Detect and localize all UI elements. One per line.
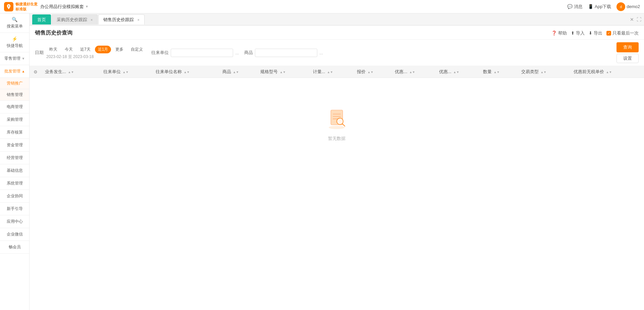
- sidebar-item-apps[interactable]: 应用中心: [0, 215, 29, 228]
- topbar-right: 💬 消息 📱 App下载 d demo2: [567, 2, 640, 11]
- tab-actions: ✕ ⛶: [630, 17, 641, 22]
- date-btn-more[interactable]: 更多: [112, 46, 126, 53]
- partner-input[interactable]: [171, 49, 233, 57]
- date-btn-1month[interactable]: 近1月: [95, 46, 111, 53]
- close-all-icon[interactable]: ✕: [630, 17, 634, 22]
- sidebar-item-guide[interactable]: 新手引导: [0, 203, 29, 215]
- sort-icon: ▲▼: [123, 70, 129, 74]
- sort-icon: ▲▼: [494, 70, 500, 74]
- import-label: 导入: [576, 30, 585, 36]
- import-button[interactable]: ⬆ 导入: [571, 30, 585, 36]
- th-product[interactable]: 商品 ▲▼: [219, 66, 257, 78]
- th-discount2[interactable]: 优惠... ▲▼: [436, 66, 480, 78]
- tab-home[interactable]: 首页: [32, 14, 51, 24]
- th-quantity[interactable]: 数量 ▲▼: [480, 66, 518, 78]
- sidebar-item-quicknav[interactable]: ⚡ 快捷导航: [0, 33, 29, 52]
- tab-purchase-history[interactable]: 采购历史价跟踪 ×: [52, 14, 98, 24]
- help-label: 帮助: [558, 30, 567, 36]
- th-gear: ⚙: [30, 66, 42, 78]
- sidebar-item-finance[interactable]: 资金管理: [0, 139, 29, 152]
- sort-icon: ▲▼: [606, 70, 612, 74]
- th-spec[interactable]: 规格型号 ▲▼: [257, 66, 309, 78]
- date-btn-today[interactable]: 今天: [62, 46, 76, 53]
- sidebar-item-basics[interactable]: 基础信息: [0, 164, 29, 177]
- sidebar-item-retail[interactable]: 零售管理 ▼: [0, 52, 29, 65]
- svg-line-7: [342, 124, 345, 126]
- th-pretax-price[interactable]: 优惠前无税单价 ▲▼: [570, 66, 644, 78]
- sidebar-item-wholesale[interactable]: 批发管理 ▲: [0, 65, 29, 78]
- sidebar-item-search[interactable]: 🔍 搜索菜单: [0, 13, 29, 33]
- system-label: 系统管理: [7, 180, 23, 186]
- date-label: 日期: [35, 50, 44, 56]
- tab-sales-close-icon[interactable]: ×: [137, 18, 139, 22]
- sidebar-item-operations[interactable]: 经营管理: [0, 152, 29, 164]
- sort-icon: ▲▼: [540, 70, 546, 74]
- guide-label: 新手引导: [7, 206, 23, 212]
- product-input[interactable]: [255, 49, 317, 57]
- sidebar-item-wechat[interactable]: 企业微信: [0, 228, 29, 241]
- th-partner-code[interactable]: 往来单位 ▲▼: [100, 66, 152, 78]
- wholesale-label: 批发管理: [4, 68, 20, 74]
- filter-bar: 日期 昨天 今天 近7天 近1月 更多 自定义 2023-02-18 至 202…: [30, 40, 644, 66]
- query-button[interactable]: 查询: [616, 42, 639, 52]
- empty-state: 暂无数据: [30, 78, 644, 168]
- tab-purchase-label: 采购历史价跟踪: [57, 17, 87, 23]
- marketing-label: 营销推广: [7, 81, 23, 86]
- topbar-left: 畅捷通好生意 标准版 办公用品行业模拟账套 ▼: [4, 2, 89, 11]
- tab-sales-history[interactable]: 销售历史价跟踪 ×: [98, 14, 144, 24]
- expand-icon[interactable]: ⛶: [637, 17, 641, 22]
- logo-svg: [6, 4, 12, 10]
- gear-settings-icon[interactable]: ⚙: [34, 69, 38, 74]
- sidebar-item-purchase[interactable]: 采购管理: [0, 113, 29, 126]
- app-download-button[interactable]: 📱 App下载: [588, 4, 611, 10]
- retail-label: 零售管理: [4, 56, 20, 61]
- date-btn-yesterday[interactable]: 昨天: [46, 46, 60, 53]
- date-filter-group: 日期 昨天 今天 近7天 近1月 更多 自定义 2023-02-18 至 202…: [35, 46, 146, 60]
- tab-purchase-close-icon[interactable]: ×: [91, 18, 93, 22]
- sidebar-item-inventory[interactable]: 库存核算: [0, 126, 29, 139]
- export-label: 导出: [594, 30, 602, 36]
- th-transaction-type[interactable]: 交易类型 ▲▼: [518, 66, 570, 78]
- page-title: 销售历史价查询: [35, 30, 72, 37]
- app-download-label: App下载: [595, 4, 611, 10]
- svg-point-0: [329, 126, 345, 129]
- sidebar-item-ecommerce[interactable]: 电商管理: [0, 101, 29, 113]
- date-buttons: 昨天 今天 近7天 近1月 更多 自定义: [46, 46, 146, 53]
- sidebar-search-label: 搜索菜单: [7, 23, 23, 29]
- finance-label: 资金管理: [7, 142, 23, 148]
- wechat-label: 企业微信: [7, 231, 23, 237]
- sidebar: 🔍 搜索菜单 ⚡ 快捷导航 零售管理 ▼ 批发管理 ▲ 营销推广 销售管理 电商…: [0, 13, 30, 310]
- table-header: ⚙ 业务发生... ▲▼ 往来单位 ▲▼ 往来单位名称: [30, 66, 644, 78]
- username-label: demo2: [627, 4, 640, 9]
- sidebar-item-member[interactable]: 畅会员: [0, 241, 29, 254]
- partner-filter-group: 往来单位 ...: [151, 49, 239, 57]
- th-discount1[interactable]: 优惠... ▲▼: [391, 66, 435, 78]
- sidebar-item-system[interactable]: 系统管理: [0, 177, 29, 190]
- th-business-date[interactable]: 业务发生... ▲▼: [42, 66, 100, 78]
- member-label: 畅会员: [9, 244, 21, 250]
- settings-button[interactable]: 设置: [616, 54, 639, 63]
- partner-dots[interactable]: ...: [235, 50, 239, 55]
- only-last-label: 只看最后一次: [612, 30, 639, 36]
- only-last-checkbox[interactable]: 只看最后一次: [606, 30, 639, 36]
- sidebar-item-sales[interactable]: 销售管理: [0, 89, 29, 101]
- user-menu[interactable]: d demo2: [616, 2, 640, 11]
- date-btn-7days[interactable]: 近7天: [77, 46, 94, 53]
- breadcrumb-chevron-icon: ▼: [85, 5, 89, 8]
- th-partner-name[interactable]: 往来单位名称 ▲▼: [152, 66, 219, 78]
- message-button[interactable]: 💬 消息: [567, 4, 583, 10]
- export-button[interactable]: ⬇ 导出: [589, 30, 602, 36]
- ecommerce-label: 电商管理: [7, 104, 23, 110]
- sidebar-item-marketing[interactable]: 营销推广: [0, 78, 29, 89]
- product-dots[interactable]: ...: [319, 50, 323, 55]
- breadcrumb[interactable]: 办公用品行业模拟账套 ▼: [40, 4, 89, 10]
- content-main: 首页 采购历史价跟踪 × 销售历史价跟踪 × ✕ ⛶ 销售历史价查询: [30, 13, 644, 310]
- sidebar-item-enterprise[interactable]: 企业协同: [0, 190, 29, 203]
- date-btn-custom[interactable]: 自定义: [128, 46, 146, 53]
- th-price[interactable]: 报价 ▲▼: [354, 66, 392, 78]
- page-actions: ❓ 帮助 ⬆ 导入 ⬇ 导出 只看最后一次: [551, 30, 639, 36]
- th-unit[interactable]: 计量... ▲▼: [310, 66, 354, 78]
- wholesale-chevron-icon: ▲: [22, 69, 25, 73]
- enterprise-label: 企业协同: [7, 193, 23, 199]
- help-button[interactable]: ❓ 帮助: [551, 30, 567, 36]
